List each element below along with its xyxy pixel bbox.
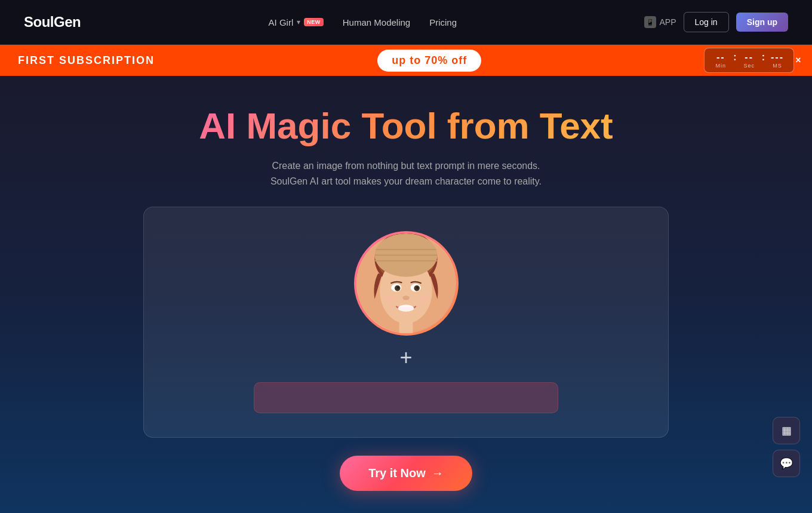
- nav-ai-girl[interactable]: AI Girl ▾ NEW: [269, 17, 324, 27]
- new-badge: NEW: [304, 18, 324, 26]
- timer-sep-1: :: [732, 52, 737, 63]
- nav-human-modeling-label: Human Modeling: [343, 17, 410, 27]
- countdown-timer: -- Min : -- Sec : --- MS: [704, 48, 794, 73]
- float-app-button[interactable]: ▦: [773, 417, 800, 444]
- app-button[interactable]: 📱 APP: [644, 16, 676, 28]
- face-svg: [356, 234, 456, 333]
- login-button[interactable]: Log in: [684, 12, 729, 32]
- hero-subtitle-line1: Create an image from nothing but text pr…: [272, 161, 540, 171]
- nav-center: AI Girl ▾ NEW Human Modeling Pricing: [269, 17, 457, 27]
- timer-sec-block: -- Sec: [740, 52, 758, 69]
- brand-logo[interactable]: SoulGen: [24, 14, 81, 30]
- timer-ms-block: --- MS: [768, 52, 786, 69]
- nav-pricing-label: Pricing: [429, 17, 457, 27]
- timer-sec-label: Sec: [743, 63, 755, 69]
- app-label: APP: [659, 17, 676, 27]
- timer-min-label: Min: [716, 63, 727, 69]
- try-btn-label: Try it Now: [368, 466, 426, 480]
- svg-point-17: [417, 296, 429, 302]
- svg-point-16: [383, 296, 394, 302]
- svg-point-14: [402, 296, 409, 300]
- avatar-inner: [356, 234, 456, 333]
- nav-ai-girl-label: AI Girl: [269, 17, 294, 27]
- chevron-down-icon: ▾: [297, 18, 300, 26]
- app-icon: 📱: [644, 16, 656, 28]
- timer-min-block: -- Min: [712, 52, 730, 69]
- timer-ms-digits: ---: [771, 52, 784, 63]
- hero-subtitle-line2: SoulGen AI art tool makes your dream cha…: [270, 176, 542, 186]
- svg-point-13: [416, 287, 419, 289]
- float-app-icon: ▦: [782, 424, 792, 437]
- try-it-now-button[interactable]: Try it Now →: [340, 456, 472, 491]
- close-banner-button[interactable]: ×: [792, 54, 805, 67]
- discount-label: up to 70% off: [392, 54, 467, 66]
- hero-section: AI Magic Tool from Text Create an image …: [0, 76, 812, 513]
- timer-min-digits: --: [716, 52, 725, 63]
- try-btn-arrow: →: [432, 466, 444, 480]
- demo-card: +: [143, 207, 669, 438]
- timer-sec-digits: --: [745, 52, 753, 63]
- signup-button[interactable]: Sign up: [736, 13, 788, 32]
- nav-pricing[interactable]: Pricing: [429, 17, 457, 27]
- timer-ms-label: MS: [773, 63, 782, 69]
- timer-sep-2: :: [761, 52, 766, 63]
- promo-banner: FIRST SUBSCRIPTION up to 70% off -- Min …: [0, 45, 812, 76]
- avatar-circle[interactable]: [354, 231, 459, 336]
- float-chat-icon: 💬: [780, 457, 793, 470]
- text-input-bar[interactable]: [254, 382, 558, 413]
- nav-human-modeling[interactable]: Human Modeling: [343, 17, 410, 27]
- svg-point-12: [396, 287, 399, 289]
- promo-text: FIRST SUBSCRIPTION: [18, 54, 155, 67]
- promo-discount: up to 70% off: [377, 50, 481, 72]
- hero-title: AI Magic Tool from Text: [199, 106, 613, 146]
- nav-right: 📱 APP Log in Sign up: [644, 12, 788, 32]
- svg-point-15: [398, 305, 414, 312]
- hero-subtitle: Create an image from nothing but text pr…: [270, 158, 542, 189]
- navbar: SoulGen AI Girl ▾ NEW Human Modeling Pri…: [0, 0, 812, 45]
- float-chat-button[interactable]: 💬: [773, 450, 800, 477]
- add-image-button[interactable]: +: [399, 345, 412, 370]
- svg-rect-18: [399, 320, 413, 334]
